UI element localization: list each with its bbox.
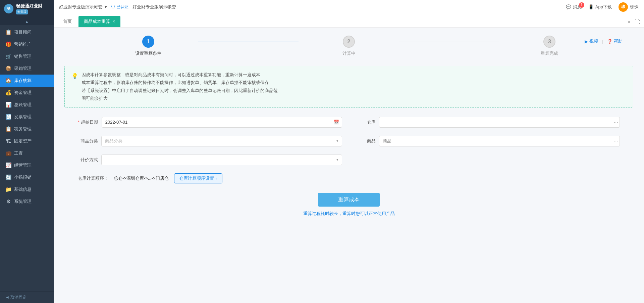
goods-input[interactable] bbox=[379, 138, 612, 143]
sidebar-item-inventory[interactable]: 🏠 库存核算 bbox=[0, 75, 54, 87]
sidebar-item-project[interactable]: 📋 项目顾问 bbox=[0, 26, 54, 38]
sidebar-item-label-operations: 经营管理 bbox=[14, 162, 32, 168]
app-logo: 畅 bbox=[4, 4, 13, 13]
tab-close-icon[interactable]: × bbox=[113, 19, 115, 24]
verified-label: 已认证 bbox=[116, 4, 128, 10]
form-row-3: 计价方式 ▾ bbox=[78, 155, 620, 165]
tax-icon: 📋 bbox=[5, 126, 11, 132]
sidebar-item-invoice[interactable]: 🧾 发票管理 bbox=[0, 111, 54, 123]
account-selector[interactable]: 好业财专业版演示帐套 ▾ bbox=[59, 4, 107, 10]
tab-cost-recalc[interactable]: 商品成本重算 × bbox=[78, 16, 120, 27]
start-date-input[interactable] bbox=[102, 117, 331, 128]
step-1-label: 设置重算条件 bbox=[135, 50, 161, 56]
play-icon: ▶ bbox=[585, 39, 588, 44]
recalc-button[interactable]: 重算成本 bbox=[318, 193, 380, 207]
sidebar-item-system[interactable]: ⚙ 系统管理 bbox=[0, 196, 54, 208]
operations-icon: 📈 bbox=[5, 162, 11, 168]
step-1: 1 设置重算条件 bbox=[98, 36, 198, 56]
form-group-warehouse: 仓库 ··· bbox=[356, 117, 620, 128]
sidebar-item-operations[interactable]: 📈 经营管理 bbox=[0, 159, 54, 171]
form-row-2: 商品分类 商品分类 ▾ 商品 ··· bbox=[78, 136, 620, 146]
calc-order-settings-btn[interactable]: 仓库计算顺序设置 › bbox=[174, 173, 222, 183]
system-icon: ⚙ bbox=[5, 199, 11, 205]
step-1-circle: 1 bbox=[142, 36, 154, 48]
notice-line-3: 若【系统设置】中启用了自动调整记账日期时，会调整入库单的整单记账日期，因此重新计… bbox=[82, 87, 278, 94]
accounting-icon: 📊 bbox=[5, 102, 11, 108]
sidebar-item-label-system: 系统管理 bbox=[14, 199, 32, 205]
sidebar-item-label-inventory: 库存核算 bbox=[14, 78, 32, 84]
warehouse-input-wrapper[interactable]: ··· bbox=[379, 117, 620, 128]
sidebar-item-label-basic: 基础信息 bbox=[14, 186, 32, 192]
sidebar-item-label-accounting: 总账管理 bbox=[14, 102, 32, 108]
warehouse-picker-btn[interactable]: ··· bbox=[612, 119, 620, 125]
sidebar-item-label-expense: 小畅报销 bbox=[14, 174, 32, 180]
sidebar: 畅 畅捷通好业财 专业版 ▲ 📋 项目顾问 🎁 营销推广 🛒 销售管理 📦 采购… bbox=[0, 0, 54, 303]
warehouse-input[interactable] bbox=[379, 120, 612, 125]
sidebar-item-assets[interactable]: 🏗 固定资产 bbox=[0, 135, 54, 147]
purchase-icon: 📦 bbox=[5, 66, 11, 72]
message-btn[interactable]: 💬 消息 1 bbox=[566, 4, 582, 10]
sidebar-item-expense[interactable]: 🔄 小畅报销 bbox=[0, 171, 54, 183]
start-date-label: * 起始日期 bbox=[78, 119, 98, 125]
verified-badge: 🛡 已认证 bbox=[111, 4, 128, 10]
notice-line-2: 成本重算过程中，影响库存账的操作均不能操作，比如进货单、销货单、库存单据不能审核… bbox=[82, 79, 278, 86]
step-3-number: 3 bbox=[548, 39, 551, 45]
category-select[interactable]: 商品分类 ▾ bbox=[101, 136, 342, 146]
sidebar-item-marketing[interactable]: 🎁 营销推广 bbox=[0, 38, 54, 50]
window-controls: × ⛶ bbox=[628, 19, 640, 27]
phone-icon: 📱 bbox=[588, 4, 594, 9]
sidebar-item-salary[interactable]: 💼 工资 bbox=[0, 147, 54, 159]
sidebar-item-sales[interactable]: 🛒 销售管理 bbox=[0, 50, 54, 62]
step-1-number: 1 bbox=[147, 39, 150, 45]
pricing-dropdown-icon: ▾ bbox=[336, 158, 338, 162]
tab-home-label: 首页 bbox=[63, 18, 72, 25]
account-name: 好业财专业版演示帐套 bbox=[59, 4, 103, 10]
step-2-label: 计算中 bbox=[342, 50, 356, 56]
goods-label: 商品 bbox=[356, 138, 376, 144]
pricing-select[interactable]: ▾ bbox=[101, 155, 342, 165]
category-label: 商品分类 bbox=[78, 138, 98, 144]
user-name: 珠珠 bbox=[630, 4, 639, 10]
notice-content: 因成本计算参数调整，或是对商品成本有疑问时，可以通过成本重算功能，重新计算一遍成… bbox=[82, 71, 278, 102]
salary-icon: 💼 bbox=[5, 150, 11, 156]
sidebar-item-label-finance: 资金管理 bbox=[14, 90, 32, 96]
step-2-number: 2 bbox=[347, 39, 351, 45]
video-link[interactable]: ▶ 视频 bbox=[585, 38, 598, 44]
help-link[interactable]: ❓ 帮助 bbox=[607, 38, 623, 44]
recalc-section: 重算成本 重算过程耗时较长，重算时您可以正常使用产品 bbox=[78, 193, 620, 217]
inventory-icon: 🏠 bbox=[5, 78, 11, 84]
sidebar-item-basic[interactable]: 📁 基础信息 bbox=[0, 183, 54, 196]
sidebar-item-finance[interactable]: 💰 资金管理 bbox=[0, 87, 54, 99]
tab-home[interactable]: 首页 bbox=[58, 16, 77, 27]
window-close-btn[interactable]: × bbox=[628, 19, 631, 25]
notice-line-1: 因成本计算参数调整，或是对商品成本有疑问时，可以通过成本重算功能，重新计算一遍成… bbox=[82, 71, 278, 79]
goods-input-wrapper[interactable]: ··· bbox=[379, 136, 620, 146]
calendar-icon[interactable]: 📅 bbox=[331, 120, 342, 125]
sidebar-item-label-salary: 工资 bbox=[14, 150, 23, 156]
project-icon: 📋 bbox=[5, 29, 11, 35]
goods-picker-btn[interactable]: ··· bbox=[612, 138, 620, 144]
step-line-1 bbox=[198, 42, 299, 42]
category-dropdown-icon: ▾ bbox=[336, 139, 338, 143]
warehouse-label: 仓库 bbox=[356, 119, 376, 125]
app-download-btn[interactable]: 📱 App下载 bbox=[588, 4, 612, 10]
help-label: 帮助 bbox=[614, 38, 623, 44]
sidebar-item-tax[interactable]: 📋 税务管理 bbox=[0, 123, 54, 135]
step-actions: ▶ 视频 | ❓ 帮助 bbox=[585, 38, 623, 44]
sidebar-item-purchase[interactable]: 📦 采购管理 bbox=[0, 62, 54, 75]
topbar-right: 💬 消息 1 📱 App下载 珠 珠珠 bbox=[566, 2, 639, 12]
sidebar-item-label-project: 项目顾问 bbox=[14, 29, 32, 35]
form-group-date: * 起始日期 📅 bbox=[78, 117, 342, 128]
tabbar: 首页 商品成本重算 × × ⛶ bbox=[54, 14, 644, 28]
sidebar-item-accounting[interactable]: 📊 总账管理 bbox=[0, 99, 54, 111]
step-2-circle: 2 bbox=[343, 36, 355, 48]
start-date-input-wrapper[interactable]: 📅 bbox=[102, 117, 342, 128]
required-star: * bbox=[78, 120, 79, 125]
window-expand-btn[interactable]: ⛶ bbox=[635, 19, 640, 25]
video-label: 视频 bbox=[589, 38, 598, 44]
sidebar-unpin-btn[interactable]: ◄ 取消固定 bbox=[0, 292, 54, 303]
user-menu[interactable]: 珠 珠珠 bbox=[619, 2, 639, 12]
expense-icon: 🔄 bbox=[5, 174, 11, 180]
sidebar-scroll-up[interactable]: ▲ bbox=[0, 18, 54, 25]
app-edition-badge: 专业版 bbox=[16, 9, 28, 14]
